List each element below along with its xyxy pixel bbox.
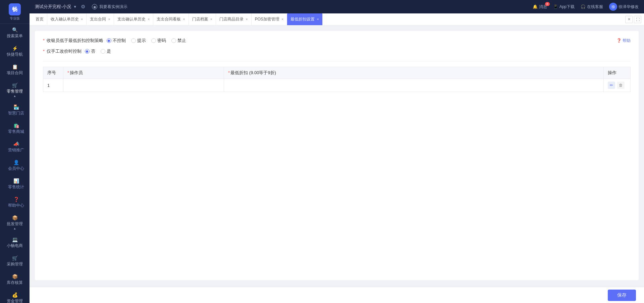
sidebar-item[interactable]: ⚡ 快捷导航 bbox=[0, 42, 30, 61]
edit-btn[interactable]: ✏ bbox=[608, 82, 615, 89]
arrow-icon: ▲ bbox=[13, 227, 16, 230]
radio-label: 禁止 bbox=[177, 38, 186, 44]
tab-close-btn[interactable]: × bbox=[183, 17, 185, 21]
tab-close-btn[interactable]: × bbox=[81, 17, 83, 21]
tab-close-btn[interactable]: × bbox=[108, 17, 110, 21]
topbar-right: 🔔 消息 8 📱 App下载 🎧 在线客服 徐 徐泽华修改 bbox=[533, 3, 639, 11]
menu-icon: 👤 bbox=[13, 160, 19, 165]
radio-label: 密码 bbox=[157, 38, 166, 44]
menu-label: 搜索菜单 bbox=[7, 33, 23, 39]
project-selector[interactable]: 测试分开完程-小况 ▼ bbox=[35, 4, 77, 10]
tab-label: 收入确认单历史 bbox=[51, 16, 79, 22]
discount-radio-item[interactable]: 密码 bbox=[151, 38, 166, 44]
tab-close-btn[interactable]: × bbox=[246, 17, 248, 21]
tab-close-btn[interactable]: × bbox=[210, 17, 212, 21]
notifications-item[interactable]: 🔔 消息 8 bbox=[533, 4, 547, 10]
delete-btn[interactable]: 🗑 bbox=[617, 82, 625, 89]
tab-label: 首页 bbox=[36, 16, 44, 22]
radio-circle bbox=[101, 49, 105, 54]
menu-label: 批发管理 bbox=[7, 221, 23, 227]
sidebar-item[interactable]: 📋 项目合同 bbox=[0, 61, 30, 79]
sidebar-item[interactable]: 🔍 搜索菜单 bbox=[0, 24, 30, 42]
close-tab-btn[interactable]: ✕ bbox=[625, 16, 633, 23]
discount-radio-item[interactable]: 不控制 bbox=[107, 38, 126, 44]
tab-label: 门店档案 bbox=[192, 16, 208, 22]
sidebar-item[interactable]: 🛒 采购管理 bbox=[0, 252, 30, 270]
tab-item[interactable]: 门店商品目录× bbox=[216, 13, 251, 26]
sidebar-item[interactable]: 🏪 智慧门店 bbox=[0, 101, 30, 119]
sidebar-item[interactable]: 🛒 零售管理 ▲ bbox=[0, 79, 30, 101]
table-header-cell: *操作员 bbox=[63, 67, 224, 79]
logo-text: 专业版 bbox=[10, 16, 20, 21]
menu-icon: 🛍️ bbox=[13, 123, 19, 128]
headset-icon: 🎧 bbox=[581, 4, 586, 9]
menu-label: 营销推广 bbox=[8, 147, 24, 153]
tab-label: 支出合同 bbox=[90, 16, 106, 22]
manual-radio-group: 否是 bbox=[85, 48, 111, 54]
menu-label: 资金管理 bbox=[7, 298, 23, 303]
menu-icon: 📊 bbox=[13, 178, 19, 184]
menu-label: 帮助中心 bbox=[8, 203, 24, 208]
discount-control-label: * 收银员低于最低折扣控制策略 bbox=[43, 38, 103, 44]
required-star: * bbox=[43, 38, 45, 43]
tab-close-btn[interactable]: × bbox=[281, 17, 283, 21]
tab-item[interactable]: 支出确认单历史× bbox=[114, 13, 153, 26]
tab-label: 门店商品目录 bbox=[219, 16, 244, 22]
sidebar-item[interactable]: ❓ 帮助中心 bbox=[0, 193, 30, 212]
discount-radio-item[interactable]: 提示 bbox=[131, 38, 146, 44]
menu-label: 零售管理 bbox=[7, 89, 23, 94]
demo-link[interactable]: ◉ 我要看实例演示 bbox=[92, 4, 127, 10]
tab-item[interactable]: 首页 bbox=[32, 13, 47, 26]
menu-icon: 💻 bbox=[12, 237, 18, 242]
sidebar-item[interactable]: 👤 会员中心 bbox=[0, 156, 30, 175]
demo-label: 我要看实例演示 bbox=[99, 4, 127, 10]
table-header-cell: *最低折扣 (9.00等于9折) bbox=[224, 67, 604, 79]
tabs-right-controls: ✕ ⛶ bbox=[623, 16, 641, 23]
save-button[interactable]: 保存 bbox=[608, 290, 636, 301]
sidebar-item[interactable]: 🛍️ 零售商城 bbox=[0, 119, 30, 138]
tab-item[interactable]: POS加密管理× bbox=[252, 13, 287, 26]
table-header-cell: 序号 bbox=[43, 67, 63, 79]
discount-radio-group: 不控制提示密码禁止 bbox=[107, 38, 186, 44]
tab-item[interactable]: 最低折扣设置× bbox=[287, 13, 322, 26]
discount-radio-item[interactable]: 禁止 bbox=[171, 38, 186, 44]
tab-close-btn[interactable]: × bbox=[148, 17, 150, 21]
sidebar-item[interactable]: 💰 资金管理 bbox=[0, 289, 30, 303]
manual-radio-item[interactable]: 是 bbox=[101, 48, 111, 54]
menu-label: 零售商城 bbox=[8, 129, 24, 135]
manual-radio-item[interactable]: 否 bbox=[85, 48, 95, 54]
app-download-item[interactable]: 📱 App下载 bbox=[553, 4, 575, 10]
expand-tab-btn[interactable]: ⛶ bbox=[634, 16, 641, 23]
demo-circle-icon: ◉ bbox=[92, 4, 97, 9]
table-cell-discount bbox=[224, 79, 604, 92]
tab-item[interactable]: 门店档案× bbox=[189, 13, 216, 26]
help-link[interactable]: ❓ 帮助 bbox=[616, 38, 631, 44]
sidebar-item[interactable]: 📦 批发管理 ▲ bbox=[0, 212, 30, 234]
radio-label: 是 bbox=[107, 48, 111, 54]
question-icon: ❓ bbox=[616, 38, 622, 43]
tab-item[interactable]: 支出合同看板× bbox=[153, 13, 189, 26]
customer-service-item[interactable]: 🎧 在线客服 bbox=[581, 4, 603, 10]
tab-item[interactable]: 收入确认单历史× bbox=[47, 13, 87, 26]
sidebar-item[interactable]: 📦 库存核算 bbox=[0, 270, 30, 289]
radio-circle bbox=[107, 38, 111, 43]
tab-label: 最低折扣设置 bbox=[290, 16, 315, 22]
menu-label: 快捷导航 bbox=[7, 52, 23, 57]
radio-circle bbox=[171, 38, 176, 43]
menu-icon: ⚡ bbox=[12, 46, 18, 51]
notifications-badge: 8 bbox=[545, 2, 550, 6]
app-download-label: App下载 bbox=[559, 4, 575, 10]
table-cell-actions: ✏ 🗑 bbox=[604, 79, 631, 92]
sidebar-item[interactable]: 📣 营销推广 bbox=[0, 138, 30, 156]
tab-item[interactable]: 支出合同× bbox=[87, 13, 114, 26]
sidebar-item[interactable]: 📊 零售统计 bbox=[0, 175, 30, 193]
page-content: * 收银员低于最低折扣控制策略 不控制提示密码禁止 ❓ 帮助 * 仅手工改价时控… bbox=[30, 26, 644, 287]
user-item[interactable]: 徐 徐泽华修改 bbox=[609, 3, 639, 11]
required-star-2: * bbox=[43, 49, 45, 54]
sidebar-item[interactable]: 💻 小畅电商 bbox=[0, 234, 30, 252]
menu-icon: 🛒 bbox=[12, 255, 18, 261]
topbar-settings-icon[interactable]: ⚙ bbox=[81, 4, 85, 10]
customer-service-label: 在线客服 bbox=[587, 4, 603, 10]
tab-close-btn[interactable]: × bbox=[317, 17, 319, 21]
table-cell-index: 1 bbox=[43, 79, 63, 92]
